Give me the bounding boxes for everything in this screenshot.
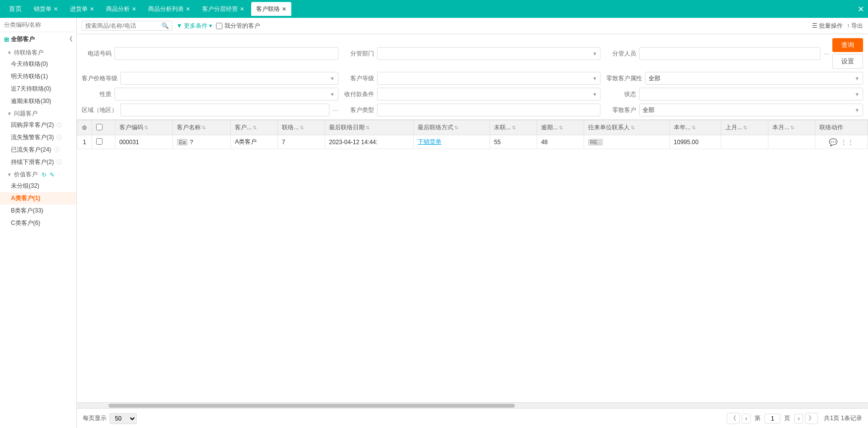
nav-close-purchase[interactable]: ✕ (90, 6, 94, 12)
sidebar-item-ungroup[interactable]: 未分组(32) (0, 180, 76, 192)
total-label: 共1页 1条记录 (824, 414, 862, 423)
th-last-month[interactable]: 上月...⇅ (721, 120, 768, 135)
td-last-contact-method[interactable]: 下销货单 (414, 135, 490, 149)
th-last-contact-date[interactable]: 最后联络日期⇅ (325, 120, 414, 135)
query-button[interactable]: 查询 (832, 38, 863, 52)
nav-close-sales[interactable]: ✕ (54, 6, 58, 12)
filter-dept-select[interactable]: ▼ (377, 47, 601, 60)
filter-customer-grade-select[interactable]: ▼ (377, 72, 601, 85)
nav-close-customer-layer[interactable]: ✕ (240, 6, 244, 12)
filter-customer-type-input[interactable] (377, 104, 601, 116)
filter-person-input[interactable] (639, 47, 820, 60)
nav-close-goods-analysis[interactable]: ✕ (132, 6, 136, 12)
export-btn[interactable]: ↑ 导出 (847, 22, 863, 30)
contact-method-link[interactable]: 下销货单 (418, 138, 441, 145)
search-input[interactable] (85, 22, 160, 29)
refresh-icon[interactable]: ↻ (42, 171, 47, 178)
filter-button[interactable]: ▼ 更多条件 ▾ (176, 22, 212, 30)
select-all-checkbox[interactable] (96, 124, 103, 130)
td-contact-count: 7 (278, 135, 325, 149)
toolbar-right: ☰ 批量操作 ↑ 导出 (812, 22, 863, 30)
filter-row-retail-customer: 零散客户 全部 ▼ (606, 104, 863, 116)
page-size-select[interactable]: 50 100 200 (109, 413, 137, 424)
th-checkbox[interactable] (92, 120, 115, 135)
filter-nature-select[interactable]: ▼ (114, 88, 338, 101)
filter-person-dots[interactable]: ··· (823, 50, 829, 57)
chevron-price-icon: ▼ (330, 76, 335, 81)
sidebar-item-churn-warning[interactable]: 流失预警客户(3) ⓘ (0, 131, 76, 144)
nav-purchase[interactable]: 进货单 ✕ (65, 2, 99, 16)
more-icon[interactable]: ⋮⋮ (840, 138, 854, 146)
filter-retail-customer-select[interactable]: 全部 ▼ (639, 104, 863, 116)
sidebar-item-c-class[interactable]: C类客户(6) (0, 217, 76, 229)
app-close-button[interactable]: ✕ (858, 4, 864, 14)
filter-row-payment: 收付款条件 ▼ (344, 88, 601, 101)
chevron-payment-icon: ▼ (592, 92, 597, 97)
nav-close-customer-contact[interactable]: ✕ (282, 6, 286, 12)
my-customers-checkbox[interactable] (216, 23, 222, 29)
th-customer-name[interactable]: 客户名称⇅ (173, 120, 231, 135)
sidebar-item-7days-pending[interactable]: 近7天待联络(0) (0, 83, 76, 95)
chat-icon[interactable]: 💬 (829, 138, 837, 146)
sidebar-item-today-pending[interactable]: 今天待联络(0) (0, 58, 76, 70)
prev-page-button[interactable]: ‹ (742, 414, 751, 424)
sidebar-group-problem[interactable]: ▼ 问题客户 (0, 107, 76, 119)
nav-goods-analysis-list[interactable]: 商品分析列表 ✕ (143, 2, 195, 16)
filter-status-select[interactable]: ▼ (639, 88, 863, 101)
filter-retail-prop-select[interactable]: 全部 ▼ (645, 72, 863, 85)
filter-icon: ▼ (176, 22, 182, 29)
pagination-right: 《 ‹ 第 页 › 》 共1页 1条记录 (727, 413, 862, 424)
sidebar-item-b-class[interactable]: B类客户(33) (0, 205, 76, 217)
search-icon[interactable]: 🔍 (162, 22, 169, 29)
sidebar-group-pending[interactable]: ▼ 待联络客户 (0, 47, 76, 58)
filter-region-dots[interactable]: ··· (332, 106, 338, 114)
td-no-contact-days: 55 (490, 135, 537, 149)
sort-icon-this-month: ⇅ (790, 125, 794, 130)
edit-icon[interactable]: ✎ (50, 171, 54, 178)
filter-phone-input[interactable] (114, 47, 338, 60)
first-page-button[interactable]: 《 (727, 413, 740, 424)
sidebar-item-a-class[interactable]: A类客户(1) (0, 192, 76, 205)
table-body: 1 000031 Ea ? A类客户 7 2023-04-12 14:44: (77, 135, 868, 149)
td-checkbox[interactable] (92, 135, 115, 149)
horizontal-scrollbar[interactable] (77, 402, 868, 408)
th-customer-type[interactable]: 客户...⇅ (231, 120, 278, 135)
sidebar-search-input[interactable] (4, 21, 77, 28)
sidebar-item-declining[interactable]: 持续下滑客户(2) ⓘ (0, 156, 76, 168)
sidebar-collapse-icon[interactable]: 《 (66, 35, 72, 44)
th-no-contact-days[interactable]: 未联...⇅ (490, 120, 537, 135)
sidebar-item-rebuy-abnormal[interactable]: 回购异常客户(2) ⓘ (0, 119, 76, 131)
filter-price-grade-select[interactable]: ▼ (120, 72, 338, 85)
row-checkbox[interactable] (96, 138, 103, 145)
sidebar-group-value[interactable]: ▼ 价值客户 ↻ ✎ (0, 168, 76, 180)
last-page-button[interactable]: 》 (805, 413, 818, 424)
nav-close-goods-analysis-list[interactable]: ✕ (186, 6, 190, 12)
th-this-month[interactable]: 本月...⇅ (768, 120, 815, 135)
th-overdue-days[interactable]: 逾期...⇅ (537, 120, 584, 135)
filter-region-input[interactable] (120, 104, 329, 116)
td-last-contact-date: 2023-04-12 14:44: (325, 135, 414, 149)
nav-customer-contact[interactable]: 客户联络 ✕ (251, 2, 291, 16)
my-customers-checkbox-label[interactable]: 我分管的客户 (216, 22, 260, 30)
th-contact-count[interactable]: 联络...⇅ (278, 120, 325, 135)
next-page-button[interactable]: › (794, 414, 803, 424)
page-number-input[interactable] (764, 414, 780, 424)
filter-payment-select[interactable]: ▼ (377, 88, 601, 101)
batch-btn[interactable]: ☰ 批量操作 (812, 22, 843, 30)
scrollbar-thumb[interactable] (108, 404, 515, 408)
th-this-year[interactable]: 本年...⇅ (669, 120, 721, 135)
setting-button[interactable]: 设置 (832, 54, 863, 69)
sort-icon-code: ⇅ (144, 125, 148, 130)
sidebar-item-overdue-pending[interactable]: 逾期未联络(30) (0, 95, 76, 107)
sidebar-all-customers[interactable]: ⊞ 全部客户 《 (0, 32, 76, 47)
nav-home[interactable]: 首页 (4, 2, 27, 16)
nav-customer-layer[interactable]: 客户分层经营 ✕ (197, 2, 249, 16)
nav-goods-analysis[interactable]: 商品分析 ✕ (101, 2, 141, 16)
th-last-contact-method[interactable]: 最后联络方式⇅ (414, 120, 490, 135)
sidebar-item-churned[interactable]: 已流失客户(24) ⓘ (0, 144, 76, 156)
sidebar-item-tomorrow-pending[interactable]: 明天待联络(1) (0, 70, 76, 83)
th-unit-contacts[interactable]: 往来单位联系人⇅ (584, 120, 670, 135)
th-gear[interactable]: ⚙ (77, 120, 92, 135)
nav-sales[interactable]: 销货单 ✕ (29, 2, 63, 16)
th-customer-code[interactable]: 客户编码⇅ (115, 120, 173, 135)
